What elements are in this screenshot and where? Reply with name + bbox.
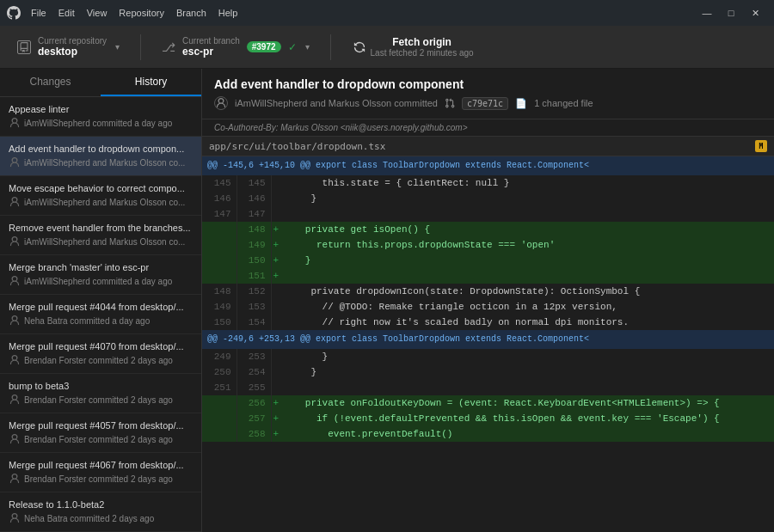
diff-new-line-num: 149: [236, 237, 271, 253]
maximize-button[interactable]: □: [719, 0, 743, 26]
menu-branch[interactable]: Branch: [171, 6, 212, 20]
toolbar-divider-1: [140, 34, 141, 60]
commit-title: Remove event handler from the branches..…: [9, 223, 193, 233]
commit-item[interactable]: Release to 1.1.0-beta2 Neha Batra commit…: [0, 492, 201, 532]
pr-badge: #3972: [247, 41, 281, 52]
diff-line-row: 150 154 // right now it's scaled badly o…: [202, 315, 774, 330]
close-button[interactable]: ✕: [743, 0, 767, 26]
commit-item[interactable]: Merge branch 'master' into esc-pr iAmWil…: [0, 255, 201, 295]
menu-view[interactable]: View: [82, 6, 113, 20]
commit-title: Merge pull request #4070 from desktop/..…: [9, 341, 193, 352]
diff-prefix: +: [271, 411, 283, 426]
diff-prefix: +: [271, 395, 283, 411]
current-branch-section[interactable]: ⎇ Current branch esc-pr #3972 ✓ ▾: [155, 31, 316, 63]
repo-label: Current repository: [38, 36, 107, 46]
tab-history[interactable]: History: [101, 69, 201, 96]
commit-authors: iAmWillShepherd and Markus Olsson commit…: [235, 98, 438, 108]
diff-line-content: private get isOpen() {: [283, 222, 774, 237]
commit-item[interactable]: bump to beta3 Brendan Forster committed …: [0, 374, 201, 413]
menu-repository[interactable]: Repository: [114, 6, 169, 20]
commit-author: Neha Batra committed a day ago: [24, 316, 150, 326]
commit-meta: iAmWillShepherd committed a day ago: [9, 117, 193, 129]
commit-avatar: [214, 96, 228, 110]
commit-meta: Brendan Forster committed 2 days ago: [9, 433, 193, 445]
diff-line-content: }: [283, 364, 774, 380]
commit-item[interactable]: Merge pull request #4070 from desktop/..…: [0, 334, 201, 374]
repo-name: desktop: [38, 46, 107, 58]
diff-line-row: 250 254 }: [202, 364, 774, 380]
commit-item[interactable]: Remove event handler from the branches..…: [0, 216, 201, 255]
commit-author: Brendan Forster committed 2 days ago: [24, 395, 173, 405]
diff-line-content: this.state = { clientRect: null }: [283, 175, 774, 191]
diff-new-line-num: 145: [236, 175, 271, 191]
file-icon: 📄: [515, 98, 527, 109]
diff-hunk-row: @@ -249,6 +253,13 @@ export class Toolba…: [202, 330, 774, 349]
commit-header-meta: iAmWillShepherd and Markus Olsson commit…: [214, 96, 762, 110]
commit-hash[interactable]: c79e71c: [462, 97, 508, 110]
fetch-label: Fetch origin: [371, 36, 474, 48]
diff-line-row: 146 146 }: [202, 191, 774, 206]
diff-old-line-num: [202, 253, 236, 268]
diff-container[interactable]: app/src/ui/toolbar/dropdown.tsx M @@ -14…: [202, 137, 774, 532]
diff-old-line-num: 146: [202, 191, 236, 206]
diff-new-line-num: 153: [236, 299, 271, 315]
diff-old-line-num: 250: [202, 364, 236, 380]
commit-meta: iAmWillShepherd committed a day ago: [9, 275, 193, 287]
diff-line-row: 251 255: [202, 380, 774, 395]
diff-line-row: 249 253 }: [202, 349, 774, 364]
diff-prefix: [271, 206, 283, 222]
diff-line-content: private onFoldoutKeyDown = (event: React…: [283, 395, 774, 411]
tab-changes[interactable]: Changes: [0, 69, 101, 96]
commit-author: iAmWillShepherd and Markus Olsson co...: [24, 237, 185, 247]
commit-author: iAmWillShepherd committed a day ago: [24, 119, 172, 128]
commit-title: Merge pull request #4067 from desktop/..…: [9, 460, 193, 470]
commit-item[interactable]: Add event handler to dropdown compon... …: [0, 137, 201, 176]
diff-old-line-num: [202, 222, 236, 237]
commit-item[interactable]: Merge pull request #4067 from desktop/..…: [0, 453, 201, 492]
diff-prefix: [271, 175, 283, 191]
diff-line-row: 149 153 // @TODO: Remake triangle octico…: [202, 299, 774, 315]
commit-title: Appease linter: [9, 104, 193, 114]
file-path: app/src/ui/toolbar/dropdown.tsx: [209, 141, 755, 152]
diff-prefix: [271, 349, 283, 364]
diff-line-content: }: [283, 253, 774, 268]
diff-hunk-header: @@ -249,6 +253,13 @@ export class Toolba…: [202, 330, 774, 349]
changed-files-count: 1 changed file: [534, 98, 593, 108]
diff-old-line-num: [202, 268, 236, 284]
branch-icon: ⎇: [162, 40, 175, 54]
titlebar-left: File Edit View Repository Branch Help: [7, 6, 243, 20]
diff-line-content: event.preventDefault(): [283, 426, 774, 442]
current-repo-section[interactable]: Current repository desktop ▾: [10, 31, 126, 63]
diff-hunk-header: @@ -145,6 +145,10 @@ export class Toolba…: [202, 156, 774, 175]
commit-item[interactable]: Appease linter iAmWillShepherd committed…: [0, 97, 201, 137]
minimize-button[interactable]: —: [695, 0, 719, 26]
commit-item[interactable]: Merge pull request #4057 from desktop/..…: [0, 413, 201, 453]
menu-help[interactable]: Help: [213, 6, 243, 20]
titlebar-controls: — □ ✕: [695, 0, 767, 26]
commit-meta: Neha Batra committed a day ago: [9, 315, 193, 327]
avatar-icon: [9, 394, 21, 406]
diff-line-row: 151 +: [202, 268, 774, 284]
diff-old-line-num: 148: [202, 284, 236, 299]
github-logo-icon: [7, 6, 21, 20]
avatar-icon: [9, 512, 21, 524]
diff-line-content: }: [283, 349, 774, 364]
diff-new-line-num: 256: [236, 395, 271, 411]
avatar-icon: [9, 473, 21, 485]
diff-new-line-num: 254: [236, 364, 271, 380]
diff-new-line-num: 258: [236, 426, 271, 442]
commit-coauthor: Co-Authored-By: Markus Olsson <niik@user…: [202, 119, 774, 137]
titlebar: File Edit View Repository Branch Help — …: [0, 0, 774, 26]
menu-edit[interactable]: Edit: [53, 6, 80, 20]
diff-line-row: 148 + private get isOpen() {: [202, 222, 774, 237]
commit-item[interactable]: Merge pull request #4044 from desktop/..…: [0, 295, 201, 334]
menu-file[interactable]: File: [26, 6, 52, 20]
commit-title: Merge pull request #4057 from desktop/..…: [9, 420, 193, 431]
fetch-origin-button[interactable]: Fetch origin Last fetched 2 minutes ago: [345, 31, 482, 63]
commit-meta: iAmWillShepherd and Markus Olsson co...: [9, 235, 193, 248]
commit-item[interactable]: Move escape behavior to correct compo...…: [0, 176, 201, 216]
commit-author: Brendan Forster committed 2 days ago: [24, 474, 173, 484]
diff-line-row: 148 152 private dropdownIcon(state: Drop…: [202, 284, 774, 299]
diff-prefix: +: [271, 426, 283, 442]
diff-line-row: 149 + return this.props.dropdownState ==…: [202, 237, 774, 253]
